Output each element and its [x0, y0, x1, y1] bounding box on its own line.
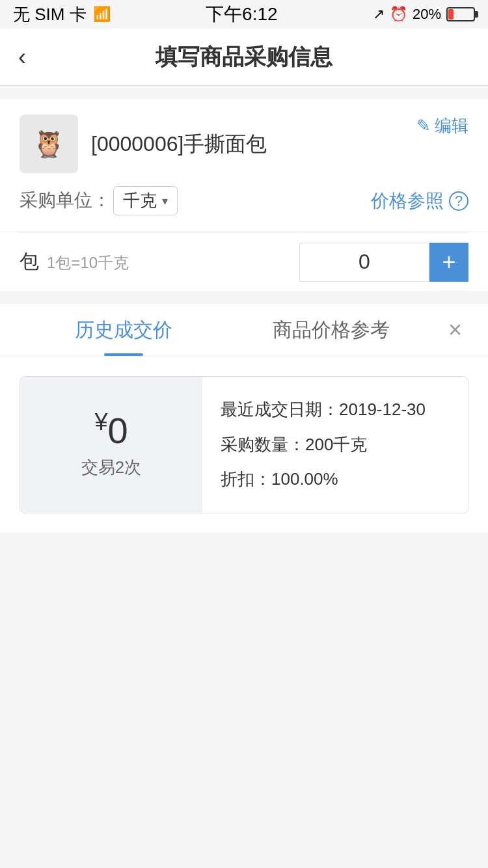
location-icon: ↗	[373, 6, 385, 23]
battery-fill	[448, 9, 454, 20]
tab-history-price-label: 历史成交价	[75, 317, 172, 344]
alarm-icon: ⏰	[390, 6, 407, 23]
quantity-label-group: 包 1包=10千克	[20, 249, 129, 275]
transaction-count: 交易2次	[81, 456, 141, 479]
quantity-input[interactable]	[299, 243, 429, 282]
unit-label: 采购单位：	[20, 190, 111, 210]
unit-select-arrow: ▾	[162, 194, 168, 208]
edit-button[interactable]: ✎ 编辑	[416, 115, 468, 137]
product-thumbnail: 🦉	[20, 115, 78, 173]
currency-symbol: ¥	[94, 409, 107, 435]
product-unit-row: 采购单位： 千克 ▾ 价格参照 ?	[20, 186, 468, 215]
wifi-icon: 📶	[93, 6, 111, 23]
product-card: 🦉 [0000006]手撕面包 ✎ 编辑 采购单位： 千克 ▾ 价格参照 ?	[0, 99, 488, 231]
transaction-price: ¥0	[94, 411, 128, 449]
transaction-date-row: 最近成交日期：2019-12-30	[221, 396, 450, 424]
transaction-qty-row: 采购数量：200千克	[221, 431, 450, 459]
price-ref-help-icon: ?	[449, 191, 468, 211]
quantity-section: 包 1包=10千克 +	[0, 232, 488, 291]
product-name: [0000006]手撕面包	[91, 129, 267, 159]
qty-label: 采购数量：	[221, 435, 305, 454]
carrier-text: 无 SIM 卡	[13, 3, 87, 26]
status-right: ↗ ⏰ 20%	[373, 6, 475, 23]
bottom-content	[0, 533, 488, 868]
discount-value: 100.00%	[271, 469, 338, 489]
edit-label: 编辑	[435, 115, 468, 137]
unit-label-group: 采购单位： 千克 ▾	[20, 186, 178, 215]
unit-select[interactable]: 千克 ▾	[113, 186, 178, 215]
tabs-header: 历史成交价 商品价格参考 ×	[0, 304, 488, 357]
transaction-card: ¥0 交易2次 最近成交日期：2019-12-30 采购数量：200千克 折扣：…	[20, 376, 468, 513]
status-carrier-wifi: 无 SIM 卡 📶	[13, 3, 111, 26]
product-thumb-icon: 🦉	[33, 129, 65, 159]
back-button[interactable]: ‹	[18, 44, 26, 71]
status-time: 下午6:12	[206, 2, 278, 27]
price-reference-button[interactable]: 价格参照 ?	[371, 189, 468, 213]
transaction-right-panel: 最近成交日期：2019-12-30 采购数量：200千克 折扣：100.00%	[202, 377, 468, 513]
qty-value: 200千克	[305, 435, 367, 454]
price-value: 0	[107, 409, 128, 450]
product-left: 🦉 [0000006]手撕面包	[20, 115, 267, 173]
tab-product-price-ref[interactable]: 商品价格参考	[227, 304, 435, 356]
tabs-close-button[interactable]: ×	[435, 310, 468, 350]
edit-icon: ✎	[416, 116, 431, 136]
unit-value: 千克	[123, 189, 157, 212]
product-header: 🦉 [0000006]手撕面包 ✎ 编辑	[20, 115, 468, 173]
battery-icon	[446, 7, 475, 21]
nav-bar: ‹ 填写商品采购信息	[0, 29, 488, 86]
transaction-discount-row: 折扣：100.00%	[221, 466, 450, 493]
date-label: 最近成交日期：	[221, 400, 339, 419]
price-ref-label: 价格参照	[371, 189, 444, 213]
tabs-panel: 历史成交价 商品价格参考 × ¥0 交易2次 最近成交日期：2019-12-30…	[0, 304, 488, 533]
battery-percent: 20%	[413, 6, 441, 23]
quantity-row: 包 1包=10千克 +	[20, 232, 468, 291]
transaction-left-panel: ¥0 交易2次	[20, 377, 202, 513]
quantity-unit-tag: 包	[20, 249, 39, 275]
tab-product-price-ref-label: 商品价格参考	[273, 317, 390, 344]
quantity-conversion: 1包=10千克	[47, 252, 129, 273]
tab-content-history: ¥0 交易2次 最近成交日期：2019-12-30 采购数量：200千克 折扣：…	[0, 357, 488, 533]
page-title: 填写商品采购信息	[156, 42, 332, 72]
quantity-plus-button[interactable]: +	[429, 243, 468, 282]
discount-label: 折扣：	[221, 469, 271, 489]
date-value: 2019-12-30	[339, 400, 426, 419]
status-bar: 无 SIM 卡 📶 下午6:12 ↗ ⏰ 20%	[0, 0, 488, 29]
quantity-input-group: +	[299, 243, 468, 282]
tab-history-price[interactable]: 历史成交价	[20, 304, 227, 356]
